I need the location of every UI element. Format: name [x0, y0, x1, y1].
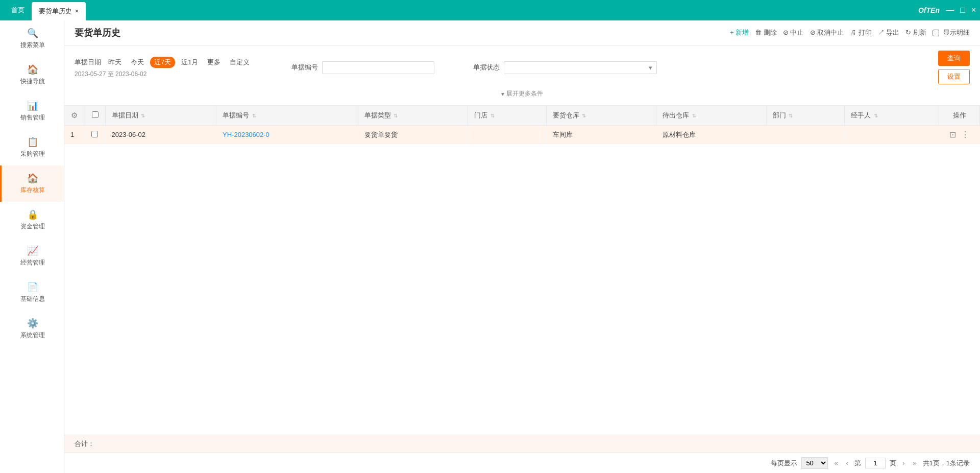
print-button[interactable]: 🖨 打印 [850, 28, 872, 37]
row-more-icon[interactable]: ⋮ [960, 130, 971, 139]
minimize-btn[interactable]: — [946, 6, 954, 15]
close-btn[interactable]: × [971, 6, 976, 15]
expand-more-row[interactable]: ▾ 展开更多条件 [75, 87, 970, 100]
sidebar-item-finance[interactable]: 🔒 资金管理 [0, 202, 64, 238]
page-title: 要货单历史 [75, 27, 730, 39]
sidebar-label-quick-nav: 快捷导航 [20, 77, 45, 86]
date-filter-label: 单据日期 [75, 58, 101, 67]
add-button[interactable]: + 新增 [730, 28, 749, 37]
sort-number-icon[interactable]: ⇅ [252, 113, 256, 119]
date-options: 昨天 今天 近7天 近1月 更多 自定义 [105, 57, 253, 68]
td-type: 要货单要货 [358, 126, 468, 144]
restore-btn[interactable]: □ [960, 6, 965, 15]
th-date-label: 单据日期 [112, 111, 138, 119]
table-settings-icon[interactable]: ⚙ [71, 111, 78, 120]
th-date: 单据日期 ⇅ [105, 106, 216, 126]
th-settings: ⚙ [64, 106, 85, 126]
th-type: 单据类型 ⇅ [358, 106, 468, 126]
tab-yaohuodan[interactable]: 要货单历史 × [32, 2, 86, 20]
sidebar-label-sales: 销售管理 [20, 113, 45, 122]
stop-button[interactable]: ⊘ 中止 [783, 28, 804, 37]
sidebar-item-purchase[interactable]: 📋 采购管理 [0, 129, 64, 165]
last-page-btn[interactable]: » [911, 458, 918, 468]
sort-req-warehouse-icon[interactable]: ⇅ [582, 113, 586, 119]
th-ops-label: 操作 [953, 111, 966, 119]
th-type-label: 单据类型 [364, 111, 391, 119]
row-pending-warehouse: 原材料仓库 [663, 131, 696, 138]
row-edit-icon[interactable]: ⊡ [948, 130, 958, 139]
date-filter-row: 单据日期 昨天 今天 近7天 近1月 更多 自定义 [75, 57, 253, 68]
row-date: 2023-06-02 [112, 131, 146, 138]
refresh-button[interactable]: ↻ 刷新 [905, 28, 926, 37]
doc-number-input[interactable] [322, 61, 434, 74]
tab-close-icon[interactable]: × [75, 8, 79, 15]
sidebar-item-inventory[interactable]: 🏠 库存核算 [0, 165, 64, 202]
sidebar-item-quick-nav[interactable]: 🏠 快捷导航 [0, 57, 64, 93]
inventory-icon: 🏠 [27, 173, 38, 184]
sidebar-label-operations: 经营管理 [20, 258, 45, 267]
footer-summary: 合计： [64, 435, 980, 453]
td-department [766, 126, 845, 144]
date-opt-1month[interactable]: 近1月 [178, 57, 201, 68]
row-checkbox[interactable] [91, 131, 98, 137]
table-header-row: ⚙ 单据日期 ⇅ 单据编号 ⇅ [64, 106, 980, 126]
export-button[interactable]: ↗ 导出 [878, 28, 900, 37]
display-toggle[interactable]: 显示明细 [933, 28, 970, 37]
date-opt-more[interactable]: 更多 [204, 57, 224, 68]
table-row: 1 2023-06-02 YH-20230602-0 要货单要货 [64, 126, 980, 144]
prev-page-btn[interactable]: ‹ [844, 458, 850, 468]
cancel-stop-button[interactable]: ⊘ 取消中止 [810, 28, 844, 37]
sidebar-item-search-menu[interactable]: 🔍 搜索菜单 [0, 20, 64, 57]
status-group: 单据状态 ▾ [473, 61, 657, 74]
summary-label: 合计： [75, 440, 94, 447]
sidebar-label-finance: 资金管理 [20, 222, 45, 231]
sort-type-icon[interactable]: ⇅ [394, 113, 398, 119]
first-page-btn[interactable]: « [832, 458, 840, 468]
sort-handler-icon[interactable]: ⇅ [874, 113, 878, 119]
th-department: 部门 ⇅ [766, 106, 845, 126]
status-select[interactable]: ▾ [504, 61, 657, 74]
delete-button[interactable]: 🗑 删除 [755, 28, 777, 37]
tab-home[interactable]: 首页 [4, 0, 32, 20]
sidebar-label-search-menu: 搜索菜单 [20, 41, 45, 50]
select-all-checkbox[interactable] [92, 111, 99, 118]
date-opt-7days[interactable]: 近7天 [150, 57, 175, 68]
finance-icon: 🔒 [27, 209, 38, 220]
status-label: 单据状态 [473, 63, 500, 72]
content-area: 要货单历史 + 新增 🗑 删除 ⊘ 中止 ⊘ 取消中止 🖨 打印 ↗ 导出 ↻ … [64, 20, 980, 473]
sidebar-label-inventory: 库存核算 [20, 186, 45, 195]
search-menu-icon: 🔍 [27, 28, 38, 39]
page-input[interactable] [865, 458, 886, 468]
row-type: 要货单要货 [364, 131, 398, 138]
sales-icon: 📊 [27, 100, 38, 111]
sort-date-icon[interactable]: ⇅ [141, 113, 145, 119]
row-index: 1 [70, 131, 74, 138]
main-layout: 🔍 搜索菜单 🏠 快捷导航 📊 销售管理 📋 采购管理 🏠 库存核算 🔒 资金管… [0, 20, 980, 473]
sidebar-item-sales[interactable]: 📊 销售管理 [0, 93, 64, 129]
date-opt-custom[interactable]: 自定义 [227, 57, 253, 68]
sidebar-item-operations[interactable]: 📈 经营管理 [0, 238, 64, 274]
query-button[interactable]: 查询 [938, 51, 970, 66]
date-opt-today[interactable]: 今天 [128, 57, 147, 68]
doc-number-group: 单据编号 [291, 61, 434, 74]
th-req-warehouse: 要货仓库 ⇅ [546, 106, 656, 126]
sort-department-icon[interactable]: ⇅ [789, 113, 793, 119]
sidebar-label-basic: 基础信息 [20, 295, 45, 303]
filter-row-1: 单据日期 昨天 今天 近7天 近1月 更多 自定义 2023-05-27 至 2… [75, 51, 970, 84]
purchase-icon: 📋 [27, 136, 38, 148]
sidebar: 🔍 搜索菜单 🏠 快捷导航 📊 销售管理 📋 采购管理 🏠 库存核算 🔒 资金管… [0, 20, 64, 473]
sort-pending-warehouse-icon[interactable]: ⇅ [692, 113, 696, 119]
setting-button[interactable]: 设置 [938, 69, 970, 84]
main-table: ⚙ 单据日期 ⇅ 单据编号 ⇅ [64, 106, 980, 144]
date-opt-yesterday[interactable]: 昨天 [105, 57, 125, 68]
td-number: YH-20230602-0 [216, 126, 358, 144]
th-req-warehouse-label: 要货仓库 [553, 111, 579, 119]
next-page-btn[interactable]: › [900, 458, 906, 468]
th-store: 门店 ⇅ [468, 106, 547, 126]
row-number-link[interactable]: YH-20230602-0 [223, 131, 270, 138]
sidebar-item-system[interactable]: ⚙️ 系统管理 [0, 311, 64, 347]
sort-store-icon[interactable]: ⇅ [491, 113, 495, 119]
sidebar-item-basic[interactable]: 📄 基础信息 [0, 274, 64, 311]
per-page-select[interactable]: 50 10 20 100 [801, 457, 828, 469]
display-toggle-checkbox[interactable] [933, 30, 939, 36]
